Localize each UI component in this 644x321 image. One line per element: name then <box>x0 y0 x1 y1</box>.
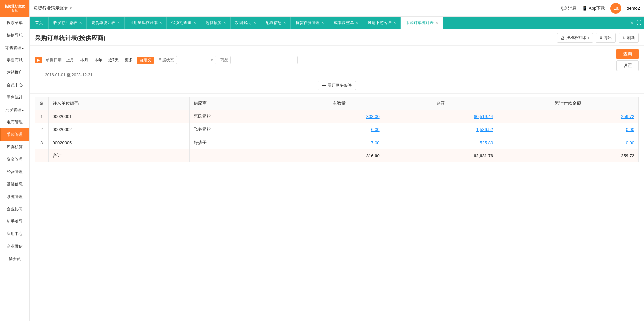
paid-amount-link-0[interactable]: 259.72 <box>621 114 634 119</box>
page-header: 采购订单统计表(按供应商) 🖨 按模板打印 ▾ ⬇ 导出 ↻ 刷新 <box>30 29 644 46</box>
amount-link-0[interactable]: 60,519.44 <box>474 114 493 119</box>
sidebar-item-purchase[interactable]: 采购管理 <box>0 128 29 141</box>
status-select[interactable] <box>176 56 216 64</box>
paid-amount-link-1[interactable]: 0.00 <box>626 127 634 132</box>
sidebar-item-system[interactable]: 系统管理 <box>0 191 29 203</box>
main-area: 母婴行业演示账套 ▾ 💬 消息 📱 App下载 Ea demo2 首页收发存汇总… <box>30 0 644 321</box>
refresh-button[interactable]: ↻ 刷新 <box>619 33 639 43</box>
sidebar-item-basic[interactable]: 基础信息 <box>0 178 29 191</box>
table-header-row: ⚙ 往来单位编码 供应商 主数量 金额 累计付款金额 <box>35 97 639 110</box>
close-window-icon[interactable]: ✕ <box>630 20 634 25</box>
nav-tab-available-stock[interactable]: 可用量库存账本 × <box>125 17 167 29</box>
message-icon: 💬 <box>561 6 567 11</box>
nav-tab-close-purchase-stats[interactable]: × <box>436 21 438 25</box>
amount-link-1[interactable]: 1,586.52 <box>476 127 493 132</box>
nav-tab-close-pick-task[interactable]: × <box>322 21 324 25</box>
user-avatar[interactable]: Ea <box>610 3 621 14</box>
this-month-button[interactable]: 本月 <box>78 56 91 64</box>
7days-button[interactable]: 近7天 <box>106 56 121 64</box>
nav-tab-close-invite-downstream[interactable]: × <box>394 21 396 25</box>
nav-tab-pick-task[interactable]: 拣货任务管理 × <box>291 17 329 29</box>
sidebar-item-label-member2: 畅会员 <box>9 256 21 261</box>
nav-tab-config-info[interactable]: 配置信息 × <box>261 17 291 29</box>
print-button[interactable]: 🖨 按模板打印 ▾ <box>557 33 593 43</box>
this-year-button[interactable]: 本年 <box>92 56 105 64</box>
main-qty-link-2[interactable]: 7.00 <box>371 140 379 145</box>
topbar: 母婴行业演示账套 ▾ 💬 消息 📱 App下载 Ea demo2 <box>30 0 644 17</box>
query-button[interactable]: 查询 <box>616 49 639 59</box>
expand-filter-row: ▾▾ 展开更多条件 <box>35 81 639 90</box>
nav-tab-close-function-desc[interactable]: × <box>254 21 256 25</box>
nav-tab-purchase-stats[interactable]: 采购订单统计表 × <box>401 17 443 29</box>
sidebar-arrow-icon-retail: ▴ <box>22 46 24 50</box>
message-button[interactable]: 💬 消息 <box>561 5 577 11</box>
workspace-name: 母婴行业演示账套 <box>34 5 68 11</box>
sidebar-item-ecommerce[interactable]: 电商管理 <box>0 116 29 128</box>
refresh-icon: ↻ <box>622 36 626 40</box>
workspace-arrow-icon: ▾ <box>70 6 72 11</box>
more-date-button[interactable]: 更多 <box>122 56 135 64</box>
sidebar-item-enterprise-wechat[interactable]: 企业微信 <box>0 240 29 253</box>
date-filter-item: 单据日期 上月 本月 本年 近7天 更多 自定义 <box>46 56 154 64</box>
nav-tab-cost-adjust[interactable]: 成本调整单 × <box>329 17 363 29</box>
nav-tab-close-goods-stats[interactable]: × <box>117 21 119 25</box>
table-header-paid-amount: 累计付款金额 <box>497 97 639 110</box>
gear-icon[interactable]: ⚙ <box>39 101 44 106</box>
nav-tab-over-stock[interactable]: 超储预警 × <box>201 17 231 29</box>
expand-window-icon[interactable]: ⛶ <box>637 20 641 25</box>
cell-main-qty-1: 6.00 <box>295 123 384 136</box>
app-logo: 畅捷通好生意 标版 <box>0 0 29 17</box>
nav-tab-invite-downstream[interactable]: 邀请下游客户 × <box>363 17 401 29</box>
custom-date-badge[interactable]: 自定义 <box>137 57 154 64</box>
sidebar-item-inventory[interactable]: 库存核算 <box>0 141 29 153</box>
main-qty-link-1[interactable]: 6.00 <box>371 127 379 132</box>
goods-search-input[interactable] <box>230 56 298 64</box>
sidebar-item-member2[interactable]: 畅会员 <box>0 253 29 265</box>
nav-tab-close-receive-send[interactable]: × <box>79 21 82 25</box>
sidebar-item-operations[interactable]: 经营管理 <box>0 166 29 178</box>
nav-tab-close-available-stock[interactable]: × <box>160 21 162 25</box>
nav-tab-home[interactable]: 首页 <box>30 17 49 29</box>
nav-tab-shelf-life[interactable]: 保质期查询 × <box>167 17 201 29</box>
nav-tab-label-config-info: 配置信息 <box>266 20 282 26</box>
nav-tab-function-desc[interactable]: 功能说明 × <box>231 17 261 29</box>
sidebar-item-retail-stats[interactable]: 零售统计 <box>0 91 29 104</box>
nav-tab-close-cost-adjust[interactable]: × <box>356 21 358 25</box>
settings-button[interactable]: 设置 <box>616 60 639 71</box>
last-month-button[interactable]: 上月 <box>64 56 76 64</box>
paid-amount-link-2[interactable]: 0.00 <box>626 140 634 145</box>
sidebar-item-retail[interactable]: 零售管理▴ <box>0 42 29 54</box>
sidebar-item-search[interactable]: 搜索菜单 <box>0 17 29 29</box>
filter-row: ▶ 单据日期 上月 本月 本年 近7天 更多 自定义 单据状态 <box>35 49 639 71</box>
nav-tab-goods-stats[interactable]: 要货单统计表 × <box>87 17 124 29</box>
sidebar-items-container: 搜索菜单快捷导航零售管理▴零售商城营销推广会员中心零售统计批发管理▴电商管理采购… <box>0 17 29 265</box>
nav-tab-label-available-stock: 可用量库存账本 <box>129 20 158 26</box>
filter-toggle-button[interactable]: ▶ <box>35 57 42 63</box>
sidebar-item-newbie[interactable]: 新手引导 <box>0 215 29 228</box>
sidebar-item-wholesale[interactable]: 批发管理▴ <box>0 104 29 116</box>
sidebar-item-finance[interactable]: 资金管理 <box>0 153 29 166</box>
amount-link-2[interactable]: 525.80 <box>480 140 493 145</box>
print-label: 按模板打印 <box>566 35 586 41</box>
goods-more-icon[interactable]: … <box>300 57 306 63</box>
export-button[interactable]: ⬇ 导出 <box>596 33 616 43</box>
sidebar-item-app-center[interactable]: 应用中心 <box>0 228 29 240</box>
workspace-selector[interactable]: 母婴行业演示账套 ▾ <box>34 5 72 11</box>
app-download-button[interactable]: 📱 App下载 <box>582 5 605 11</box>
sidebar-item-enterprise[interactable]: 企业协同 <box>0 203 29 215</box>
topbar-left: 母婴行业演示账套 ▾ <box>34 5 72 11</box>
expand-filter-button[interactable]: ▾▾ 展开更多条件 <box>318 81 356 90</box>
sidebar-item-member[interactable]: 会员中心 <box>0 79 29 91</box>
nav-tab-receive-send[interactable]: 收发存汇总表 × <box>49 17 87 29</box>
sidebar-item-marketing[interactable]: 营销推广 <box>0 66 29 79</box>
sidebar-item-label-enterprise-wechat: 企业微信 <box>7 244 23 249</box>
nav-tab-close-over-stock[interactable]: × <box>224 21 226 25</box>
date-quick-buttons: 上月 本月 本年 近7天 更多 自定义 <box>64 56 154 64</box>
sidebar-item-label-app-center: 应用中心 <box>7 231 23 236</box>
main-qty-link-0[interactable]: 303.00 <box>366 114 380 119</box>
nav-tab-close-config-info[interactable]: × <box>284 21 286 25</box>
sidebar-item-label-finance: 资金管理 <box>7 157 23 162</box>
sidebar-item-shortcut[interactable]: 快捷导航 <box>0 29 29 42</box>
nav-tab-close-shelf-life[interactable]: × <box>194 21 196 25</box>
sidebar-item-retail-mall[interactable]: 零售商城 <box>0 54 29 66</box>
